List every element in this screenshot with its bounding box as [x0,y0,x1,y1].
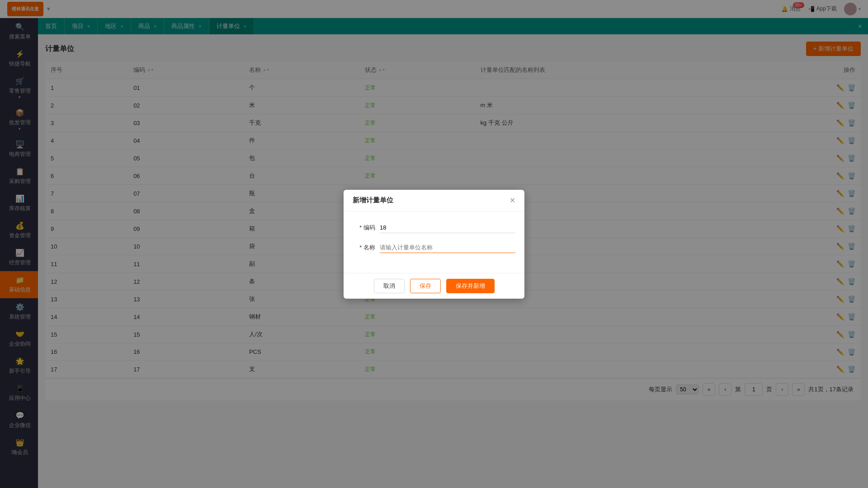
modal-overlay: 新增计量单位 ✕ * 编码 * 名称 取消 保存 保存并新增 [0,0,868,488]
name-label: * 名称 [353,244,375,252]
save-button[interactable]: 保存 [410,279,441,293]
form-row-code: * 编码 [353,222,515,233]
modal-body: * 编码 * 名称 [344,211,524,273]
modal-footer: 取消 保存 保存并新增 [344,273,524,299]
save-and-new-button[interactable]: 保存并新增 [446,279,495,293]
unit-name-input[interactable] [380,242,515,253]
modal-header: 新增计量单位 ✕ [344,190,524,211]
form-row-name: * 名称 [353,242,515,253]
cancel-button[interactable]: 取消 [374,279,405,293]
code-input[interactable] [380,222,515,233]
code-label: * 编码 [353,224,375,232]
add-unit-modal: 新增计量单位 ✕ * 编码 * 名称 取消 保存 保存并新增 [344,190,524,299]
modal-title: 新增计量单位 [353,196,393,205]
modal-close-button[interactable]: ✕ [509,196,515,205]
